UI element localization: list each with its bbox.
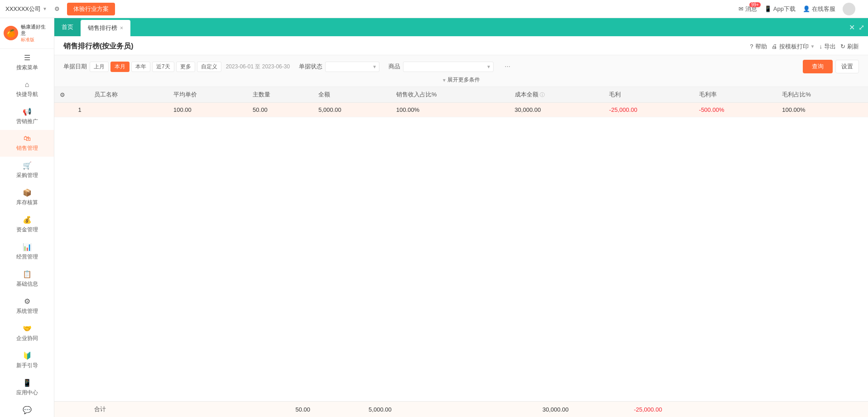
company-selector[interactable]: XXXXXX公司 ▼ [5,5,47,13]
table-wrap: ⚙ 员工名称 平均单价 主数量 全额 销售收入占比% 成本全额 ⓘ 毛利 [54,87,868,401]
sidebar-item-operations[interactable]: 📊 经营管理 [0,238,54,265]
sales-ranking-table: ⚙ 员工名称 平均单价 主数量 全额 销售收入占比% 成本全额 ⓘ 毛利 [54,87,868,117]
date-btn-this-month[interactable]: 本月 [110,62,129,72]
help-btn[interactable]: ? 帮助 [750,43,767,51]
sidebar-item-app-center[interactable]: 📱 应用中心 [0,374,54,401]
sidebar-item-basic-info[interactable]: 📋 基础信息 [0,265,54,292]
date-btn-more[interactable]: 更多 [176,62,195,72]
gear-icon[interactable]: ⚙ [60,91,65,98]
sidebar-label-marketing: 营销推广 [16,118,38,125]
app-center-icon: 📱 [23,379,32,387]
message-btn[interactable]: ✉ 消息 99+ [739,5,757,13]
main-layout: 🍊 畅康通好生意 标准版 ☰ 搜索菜单 ⌂ 快捷导航 📢 营销推广 🛍 销售管理… [0,18,868,417]
filter-bar: 单据日期 上月 本月 本年 近7天 更多 自定义 2023-06-01 至 20… [54,55,868,87]
sidebar-item-quick-nav[interactable]: ⌂ 快捷导航 [0,76,54,103]
export-btn[interactable]: ↓ 导出 [820,43,836,51]
date-filter-group: 单据日期 上月 本月 本年 近7天 更多 自定义 2023-06-01 至 20… [63,62,290,72]
sidebar-item-search[interactable]: ☰ 搜索菜单 [0,49,54,76]
footer-label: 合计 [94,405,204,413]
footer-cost: 30,000.00 [542,406,634,413]
tab-home[interactable]: 首页 [54,18,81,36]
date-btn-custom[interactable]: 自定义 [197,62,221,72]
app-download-btn[interactable]: 📱 App下载 [764,5,796,13]
sidebar-item-wechat[interactable]: 💬 企业微信 [0,401,54,417]
col-rank [71,87,89,103]
refresh-btn[interactable]: ↻ 刷新 [840,43,859,51]
settings-icon[interactable]: ⚙ [51,3,63,15]
sidebar-item-enterprise[interactable]: 🤝 企业协同 [0,320,54,347]
sidebar-label-inventory: 库存核算 [16,199,38,206]
inventory-icon: 📦 [23,188,32,197]
col-avg-price: 平均单价 [168,87,247,103]
sidebar-item-sales[interactable]: 🛍 销售管理 [0,130,54,157]
avatar[interactable] [843,3,855,15]
row-avg-price: 100.00 [168,103,247,117]
tab-close-icon[interactable]: × [120,25,123,31]
col-qty: 主数量 [247,87,313,103]
more-filters-dots[interactable]: ··· [504,62,510,71]
date-range-text: 2023-06-01 至 2023-06-30 [226,63,290,71]
page-title: 销售排行榜(按业务员) [63,42,134,51]
page-actions: ? 帮助 🖨 按模板打印 ▼ ↓ 导出 ↻ 刷新 [750,43,859,51]
expand-label: 展开更多条件 [447,76,480,84]
content-area: 首页 销售排行榜 × ✕ ⤢ 销售排行榜(按业务员) ? 帮助 [54,18,868,417]
status-filter-label: 单据状态 [299,62,322,71]
app-icon: 📱 [764,5,772,12]
sidebar-label-sales: 销售管理 [16,144,38,152]
company-chevron-icon: ▼ [43,6,47,11]
col-sales-ratio: 销售收入占比% [391,87,509,103]
settings-small-button[interactable]: 设置 [835,60,859,73]
table-header-row: ⚙ 员工名称 平均单价 主数量 全额 销售收入占比% 成本全额 ⓘ 毛利 [54,87,868,103]
refresh-label: 刷新 [847,43,859,51]
goods-filter-group: 商品 ▼ [388,62,494,72]
goods-select-wrap: ▼ [403,62,494,72]
cost-info-icon[interactable]: ⓘ [540,92,545,97]
sales-icon: 🛍 [24,134,31,143]
row-profit-ratio: 100.00% [777,103,868,117]
expand-row: ▾ 展开更多条件 [63,73,859,86]
sidebar-label-basic-info: 基础信息 [16,280,38,288]
footer-amount: 5,000.00 [369,406,451,413]
sidebar-item-purchase[interactable]: 🛒 采购管理 [0,157,54,184]
row-amount: 5,000.00 [313,103,391,117]
home-icon: ⌂ [25,81,29,89]
system-icon: ⚙ [24,297,30,306]
status-filter-group: 单据状态 ▼ [299,62,379,72]
sidebar-item-finance[interactable]: 💰 资金管理 [0,211,54,238]
filter-row: 单据日期 上月 本月 本年 近7天 更多 自定义 2023-06-01 至 20… [63,60,859,73]
export-icon: ↓ [820,43,823,50]
sidebar-item-guide[interactable]: 🔰 新手引导 [0,347,54,374]
search-menu-icon: ☰ [24,53,30,62]
sidebar-item-inventory[interactable]: 📦 库存核算 [0,184,54,211]
goods-select[interactable] [403,62,494,72]
col-cost: 成本全额 ⓘ [509,87,604,103]
enterprise-icon: 🤝 [23,324,32,333]
sidebar-label-operations: 经营管理 [16,253,38,261]
refresh-icon: ↻ [840,43,845,50]
date-btn-this-year[interactable]: 本年 [131,62,150,72]
col-name: 员工名称 [89,87,168,103]
tab-sales-ranking[interactable]: 销售排行榜 × [81,20,130,36]
query-button[interactable]: 查询 [803,60,833,73]
sidebar-item-marketing[interactable]: 📢 营销推广 [0,103,54,130]
status-select-wrap: ▼ [325,62,379,72]
row-qty: 50.00 [247,103,313,117]
sidebar-item-system[interactable]: ⚙ 系统管理 [0,292,54,320]
date-btn-7days[interactable]: 近7天 [152,62,174,72]
print-icon: 🖨 [772,43,777,50]
date-btn-last-month[interactable]: 上月 [90,62,109,72]
sidebar-label-search: 搜索菜单 [16,64,38,72]
col-amount: 全额 [313,87,391,103]
table-footer: 合计 50.00 5,000.00 30,000.00 -25,000.00 [54,401,868,417]
tab-close-window-icon[interactable]: ✕ [849,23,855,32]
print-btn[interactable]: 🖨 按模板打印 ▼ [772,43,815,51]
app-download-label: App下载 [773,5,796,13]
expand-more-btn[interactable]: ▾ 展开更多条件 [443,76,480,84]
tab-fullscreen-icon[interactable]: ⤢ [858,23,864,32]
purchase-icon: 🛒 [23,161,32,170]
online-service-btn[interactable]: 👤 在线客服 [803,5,835,13]
filter-actions: 查询 设置 [803,60,859,73]
sidebar-label-app-center: 应用中心 [16,389,38,397]
trial-button[interactable]: 体验行业方案 [67,3,115,15]
status-select[interactable] [325,62,379,72]
